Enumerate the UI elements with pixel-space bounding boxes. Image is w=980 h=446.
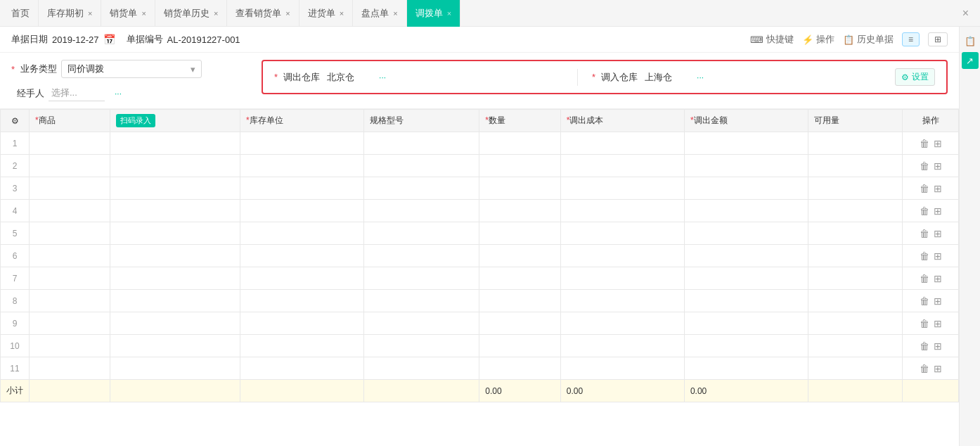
calendar-icon[interactable]: 📅 [103, 34, 115, 45]
row-3-product[interactable] [30, 177, 110, 200]
row-10-spec[interactable] [364, 335, 479, 357]
row-10-product[interactable] [30, 335, 110, 357]
row-1-qty[interactable] [479, 132, 560, 155]
tab-inventory-init[interactable]: 库存期初 × [39, 0, 101, 27]
copy-icon-8[interactable]: ⊞ [934, 295, 942, 307]
row-4-qty[interactable] [479, 200, 560, 222]
sidebar-doc-icon[interactable]: 📋 [962, 32, 979, 49]
delete-icon-11[interactable]: 🗑 [920, 363, 929, 374]
row-8-cost[interactable] [560, 290, 684, 312]
row-3-unit[interactable] [240, 177, 363, 200]
row-4-spec[interactable] [364, 200, 479, 222]
delete-icon-10[interactable]: 🗑 [920, 340, 929, 352]
row-5-amount[interactable] [684, 222, 808, 245]
row-2-cost[interactable] [560, 155, 684, 177]
row-3-cost[interactable] [560, 177, 684, 200]
row-6-unit[interactable] [240, 245, 363, 267]
row-5-qty[interactable] [479, 222, 560, 245]
grid-view-button[interactable]: ⊞ [928, 32, 948, 46]
copy-icon-4[interactable]: ⊞ [934, 205, 942, 217]
row-7-unit[interactable] [240, 267, 363, 290]
copy-icon-5[interactable]: ⊞ [934, 228, 942, 239]
row-3-amount[interactable] [684, 177, 808, 200]
row-8-amount[interactable] [684, 290, 808, 312]
row-5-product[interactable] [30, 222, 110, 245]
tab-inventory-check[interactable]: 盘点单 × [353, 0, 406, 27]
row-11-spec[interactable] [364, 357, 479, 380]
tab-sales-history[interactable]: 销货单历史 × [155, 0, 227, 27]
copy-icon-3[interactable]: ⊞ [934, 183, 942, 194]
window-close-button[interactable]: × [954, 7, 977, 20]
row-4-unit[interactable] [240, 200, 363, 222]
row-8-unit[interactable] [240, 290, 363, 312]
tab-transfer-order[interactable]: 调拨单 × [407, 0, 460, 27]
row-10-unit[interactable] [240, 335, 363, 357]
row-6-qty[interactable] [479, 245, 560, 267]
row-1-spec[interactable] [364, 132, 479, 155]
history-button[interactable]: 📋 历史单据 [843, 33, 894, 46]
row-9-amount[interactable] [684, 312, 808, 335]
row-8-spec[interactable] [364, 290, 479, 312]
tab-inventory-init-close[interactable]: × [88, 9, 92, 18]
tab-transfer-order-close[interactable]: × [447, 9, 451, 18]
row-7-product[interactable] [30, 267, 110, 290]
row-11-unit[interactable] [240, 357, 363, 380]
business-type-select[interactable]: 同价调拨 ▾ [61, 60, 202, 78]
row-2-amount[interactable] [684, 155, 808, 177]
delete-icon-6[interactable]: 🗑 [920, 250, 929, 262]
copy-icon-1[interactable]: ⊞ [934, 138, 942, 149]
tab-sales-order[interactable]: 销货单 × [101, 0, 155, 27]
delete-icon-2[interactable]: 🗑 [920, 160, 929, 172]
row-4-cost[interactable] [560, 200, 684, 222]
copy-icon-7[interactable]: ⊞ [934, 273, 942, 284]
tab-view-sales[interactable]: 查看销货单 × [227, 0, 299, 27]
row-7-amount[interactable] [684, 267, 808, 290]
tab-purchase-order-close[interactable]: × [340, 9, 344, 18]
row-6-spec[interactable] [364, 245, 479, 267]
tab-sales-order-close[interactable]: × [141, 9, 146, 18]
row-2-spec[interactable] [364, 155, 479, 177]
copy-icon-6[interactable]: ⊞ [934, 250, 942, 262]
row-7-qty[interactable] [479, 267, 560, 290]
row-9-product[interactable] [30, 312, 110, 335]
delete-icon-7[interactable]: 🗑 [920, 273, 929, 284]
tab-sales-history-close[interactable]: × [214, 9, 218, 18]
row-4-product[interactable] [30, 200, 110, 222]
row-9-qty[interactable] [479, 312, 560, 335]
row-2-qty[interactable] [479, 155, 560, 177]
tab-view-sales-close[interactable]: × [285, 9, 290, 18]
scan-button[interactable]: 扫码录入 [116, 114, 155, 127]
row-11-qty[interactable] [479, 357, 560, 380]
delete-icon-5[interactable]: 🗑 [920, 228, 929, 239]
row-5-spec[interactable] [364, 222, 479, 245]
row-9-unit[interactable] [240, 312, 363, 335]
row-9-cost[interactable] [560, 312, 684, 335]
row-3-qty[interactable] [479, 177, 560, 200]
shortcuts-button[interactable]: ⌨ 快捷键 [750, 33, 794, 46]
person-placeholder[interactable]: 选择... [49, 85, 105, 101]
row-1-amount[interactable] [684, 132, 808, 155]
delete-icon-4[interactable]: 🗑 [920, 205, 929, 217]
row-1-unit[interactable] [240, 132, 363, 155]
copy-icon-10[interactable]: ⊞ [934, 340, 942, 352]
row-11-product[interactable] [30, 357, 110, 380]
row-3-spec[interactable] [364, 177, 479, 200]
delete-icon-9[interactable]: 🗑 [920, 318, 929, 329]
row-10-qty[interactable] [479, 335, 560, 357]
row-9-spec[interactable] [364, 312, 479, 335]
tab-inventory-check-close[interactable]: × [393, 9, 397, 18]
tab-purchase-order[interactable]: 进货单 × [299, 0, 353, 27]
row-6-amount[interactable] [684, 245, 808, 267]
row-8-qty[interactable] [479, 290, 560, 312]
copy-icon-9[interactable]: ⊞ [934, 318, 942, 329]
row-5-unit[interactable] [240, 222, 363, 245]
row-11-amount[interactable] [684, 357, 808, 380]
delete-icon-1[interactable]: 🗑 [920, 138, 929, 149]
delete-icon-8[interactable]: 🗑 [920, 295, 929, 307]
warehouse-out-more-icon[interactable]: ··· [379, 72, 386, 82]
row-7-spec[interactable] [364, 267, 479, 290]
row-1-cost[interactable] [560, 132, 684, 155]
operations-button[interactable]: ⚡ 操作 [802, 33, 834, 46]
copy-icon-2[interactable]: ⊞ [934, 160, 942, 172]
row-7-cost[interactable] [560, 267, 684, 290]
